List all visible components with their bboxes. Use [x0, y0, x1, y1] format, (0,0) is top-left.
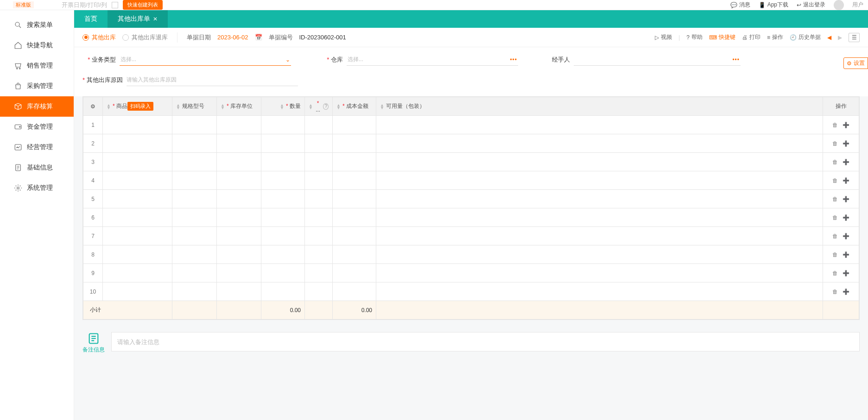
th-gear[interactable]: ⚙ — [83, 97, 103, 116]
cell-qty[interactable] — [261, 153, 305, 171]
cell-avail[interactable] — [376, 134, 823, 153]
delete-row-icon[interactable]: 🗑 — [832, 233, 838, 239]
handler-select[interactable]: ••• — [574, 54, 741, 66]
cell-ext[interactable] — [305, 227, 333, 245]
cell-amt[interactable] — [333, 190, 376, 208]
table-row[interactable]: 8🗑➕ — [83, 245, 859, 264]
cell-qty[interactable] — [261, 282, 305, 301]
sidebar-item-wallet[interactable]: 资金管理 — [0, 117, 74, 137]
cell-unit[interactable] — [217, 116, 261, 134]
cell-amt[interactable] — [333, 227, 376, 245]
cell-unit[interactable] — [217, 227, 261, 245]
delete-row-icon[interactable]: 🗑 — [832, 251, 838, 258]
cell-amt[interactable] — [333, 134, 376, 153]
delete-row-icon[interactable]: 🗑 — [832, 159, 838, 165]
table-row[interactable]: 3🗑➕ — [83, 153, 859, 171]
cell-qty[interactable] — [261, 134, 305, 153]
next-arrow-icon[interactable]: ▶ — [838, 34, 842, 41]
table-row[interactable]: 7🗑➕ — [83, 227, 859, 245]
cell-ext[interactable] — [305, 171, 333, 190]
delete-row-icon[interactable]: 🗑 — [832, 140, 838, 147]
cell-unit[interactable] — [217, 282, 261, 301]
th-spec[interactable]: ▲▼规格型号 — [172, 97, 217, 116]
add-row-icon[interactable]: ➕ — [843, 122, 849, 128]
help-icon[interactable]: ? — [323, 103, 329, 110]
cell-amt[interactable] — [333, 282, 376, 301]
radio-other-out[interactable]: 其他出库 — [82, 33, 116, 42]
th-amt[interactable]: ▲▼成本金额 — [333, 97, 376, 116]
prev-arrow-icon[interactable]: ◀ — [827, 34, 831, 41]
sidebar-item-gear[interactable]: 系统管理 — [0, 178, 74, 198]
scan-input-button[interactable]: 扫码录入 — [127, 102, 153, 111]
cell-avail[interactable] — [376, 264, 823, 282]
cell-unit[interactable] — [217, 134, 261, 153]
cell-unit[interactable] — [217, 208, 261, 227]
sidebar-item-box[interactable]: 库存核算 — [0, 96, 74, 117]
cell-avail[interactable] — [376, 208, 823, 227]
table-row[interactable]: 6🗑➕ — [83, 208, 859, 227]
add-row-icon[interactable]: ➕ — [843, 140, 849, 147]
calendar-icon[interactable]: 📅 — [255, 34, 262, 41]
cell-spec[interactable] — [172, 208, 217, 227]
th-ext[interactable]: ▲▼...? — [305, 97, 333, 116]
cell-avail[interactable] — [376, 245, 823, 264]
cell-ext[interactable] — [305, 134, 333, 153]
tab-1[interactable]: 其他出库单✕ — [108, 10, 168, 28]
add-row-icon[interactable]: ➕ — [843, 159, 849, 165]
tab-0[interactable]: 首页 — [74, 10, 108, 28]
cell-spec[interactable] — [172, 282, 217, 301]
warehouse-select[interactable]: 选择... ••• — [347, 54, 518, 66]
add-row-icon[interactable]: ➕ — [843, 233, 849, 239]
table-row[interactable]: 9🗑➕ — [83, 264, 859, 282]
cell-amt[interactable] — [333, 208, 376, 227]
sidebar-item-home[interactable]: 快捷导航 — [0, 35, 74, 56]
cell-ext[interactable] — [305, 208, 333, 227]
cell-ext[interactable] — [305, 264, 333, 282]
cell-qty[interactable] — [261, 227, 305, 245]
help-link[interactable]: ? 帮助 — [686, 33, 703, 41]
add-row-icon[interactable]: ➕ — [843, 270, 849, 276]
cell-avail[interactable] — [376, 153, 823, 171]
delete-row-icon[interactable]: 🗑 — [832, 177, 838, 184]
shortcut-button[interactable]: ⌨ 快捷键 — [709, 33, 735, 41]
th-unit[interactable]: ▲▼库存单位 — [217, 97, 261, 116]
app-download-link[interactable]: 📱 App下载 — [759, 1, 788, 9]
cell-ext[interactable] — [305, 245, 333, 264]
cell-qty[interactable] — [261, 245, 305, 264]
expand-icon[interactable] — [112, 2, 118, 8]
cell-amt[interactable] — [333, 171, 376, 190]
cell-spec[interactable] — [172, 153, 217, 171]
th-qty[interactable]: ▲▼数量 — [261, 97, 305, 116]
cell-goods[interactable] — [103, 264, 172, 282]
cell-qty[interactable] — [261, 264, 305, 282]
cell-spec[interactable] — [172, 171, 217, 190]
table-row[interactable]: 1🗑➕ — [83, 116, 859, 134]
sidebar-item-bag[interactable]: 采购管理 — [0, 76, 74, 96]
delete-row-icon[interactable]: 🗑 — [832, 270, 838, 276]
print-button[interactable]: 🖨 打印 — [742, 33, 760, 41]
ops-button[interactable]: ≡ 操作 — [767, 33, 783, 41]
cell-avail[interactable] — [376, 190, 823, 208]
cell-ext[interactable] — [305, 282, 333, 301]
more-icon[interactable]: ••• — [732, 56, 740, 63]
radio-other-out-return[interactable]: 其他出库退库 — [122, 33, 168, 42]
add-row-icon[interactable]: ➕ — [843, 196, 849, 202]
cell-goods[interactable] — [103, 171, 172, 190]
th-goods[interactable]: ▲▼商品 扫码录入 — [103, 97, 172, 116]
cell-unit[interactable] — [217, 264, 261, 282]
table-row[interactable]: 5🗑➕ — [83, 190, 859, 208]
cell-goods[interactable] — [103, 227, 172, 245]
delete-row-icon[interactable]: 🗑 — [832, 288, 838, 295]
delete-row-icon[interactable]: 🗑 — [832, 214, 838, 221]
sidebar-item-doc[interactable]: 基础信息 — [0, 157, 74, 178]
cell-ext[interactable] — [305, 153, 333, 171]
cell-avail[interactable] — [376, 282, 823, 301]
logout-link[interactable]: ↩ 退出登录 — [797, 1, 825, 9]
table-row[interactable]: 10🗑➕ — [83, 282, 859, 301]
th-avail[interactable]: ▲▼可用量（包装） — [376, 97, 823, 116]
cell-unit[interactable] — [217, 171, 261, 190]
messages-link[interactable]: 💬 消息 — [730, 1, 750, 9]
cell-spec[interactable] — [172, 116, 217, 134]
cell-avail[interactable] — [376, 171, 823, 190]
quick-create-button[interactable]: 快速创建列表 — [123, 0, 163, 10]
